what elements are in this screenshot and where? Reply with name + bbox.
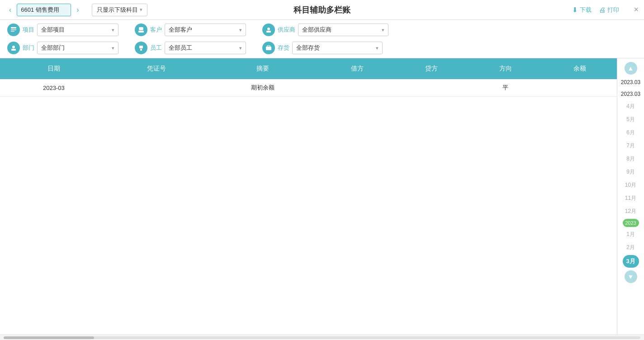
svg-rect-4 xyxy=(138,31,144,33)
cell-direction: 平 xyxy=(469,79,543,97)
side-month-5[interactable]: 5月 xyxy=(617,113,644,126)
show-sub-arrow-icon: ▾ xyxy=(140,7,142,13)
scrollbar-track xyxy=(4,336,640,339)
col-summary: 摘要 xyxy=(205,58,320,79)
svg-rect-0 xyxy=(11,27,16,28)
department-select-value: 全部部门 xyxy=(41,44,65,52)
side-month-6[interactable]: 6月 xyxy=(617,126,644,139)
title-actions: ⬇ 下载 🖨 打印 × xyxy=(572,5,639,14)
supplier-label: 供应商 xyxy=(278,26,295,34)
filter-row-1: 项目 全部项目 ▾ 客户 全部客户 ▾ xyxy=(7,24,637,36)
svg-rect-1 xyxy=(11,29,16,30)
filter-row-2: 部门 全部部门 ▾ 员工 全部员工 ▾ xyxy=(7,42,637,54)
side-month-1[interactable]: 1月 xyxy=(617,228,644,241)
customer-select[interactable]: 全部客户 ▾ xyxy=(165,24,246,36)
side-month-header-1[interactable]: 2023.03 xyxy=(617,76,644,88)
svg-rect-10 xyxy=(140,49,142,51)
svg-point-5 xyxy=(267,28,270,30)
inventory-select-arrow: ▾ xyxy=(376,45,379,51)
side-month-2[interactable]: 2月 xyxy=(617,241,644,254)
svg-rect-9 xyxy=(139,46,143,48)
svg-rect-6 xyxy=(266,31,271,33)
side-up-button[interactable]: ▲ xyxy=(625,62,637,75)
side-panel: ▲ 2023.03 2023.03 4月 5月 6月 7月 8月 9月 10月 … xyxy=(617,58,644,335)
customer-select-value: 全部客户 xyxy=(169,26,192,34)
side-month-3-active[interactable]: 3月 xyxy=(623,255,639,268)
main-content: 日期 凭证号 摘要 借方 贷方 方向 余额 2023-03期初余额平 xyxy=(0,58,644,335)
department-select-arrow: ▾ xyxy=(112,45,114,51)
page-title: 科目辅助多栏账 xyxy=(294,5,350,15)
svg-rect-11 xyxy=(266,47,271,50)
show-sub-label: 只显示下级科目 xyxy=(97,6,138,14)
project-filter-item: 项目 全部项目 ▾ xyxy=(7,24,118,36)
supplier-select-value: 全部供应商 xyxy=(302,26,331,34)
employee-select-arrow: ▾ xyxy=(239,45,242,51)
cell-summary: 期初余额 xyxy=(205,79,320,97)
svg-rect-2 xyxy=(11,31,14,32)
supplier-icon xyxy=(262,24,275,36)
title-bar: ‹ 6601 销售费用 › 只显示下级科目 ▾ 科目辅助多栏账 ⬇ 下载 🖨 打… xyxy=(0,0,644,20)
customer-select-arrow: ▾ xyxy=(239,27,242,33)
side-month-11[interactable]: 11月 xyxy=(617,192,644,205)
customer-label: 客户 xyxy=(150,26,162,34)
table-row: 2023-03期初余额平 xyxy=(0,79,617,97)
account-code-field[interactable]: 6601 销售费用 xyxy=(17,4,71,16)
side-month-4[interactable]: 4月 xyxy=(617,100,644,113)
side-down-button[interactable]: ▼ xyxy=(625,270,637,283)
year-badge-2023[interactable]: 2023 xyxy=(623,219,639,227)
employee-filter-item: 员工 全部员工 ▾ xyxy=(135,42,246,54)
cell-balance xyxy=(543,79,617,97)
col-debit: 借方 xyxy=(320,58,394,79)
side-month-header-2[interactable]: 2023.03 xyxy=(617,88,644,100)
side-month-8[interactable]: 8月 xyxy=(617,152,644,165)
department-select[interactable]: 全部部门 ▾ xyxy=(37,42,118,54)
scrollbar-thumb[interactable] xyxy=(4,336,94,339)
col-voucher: 凭证号 xyxy=(108,58,205,79)
next-account-button[interactable]: › xyxy=(75,5,80,15)
close-button[interactable]: × xyxy=(634,5,639,14)
supplier-select-arrow: ▾ xyxy=(382,27,384,33)
inventory-label: 存货 xyxy=(278,44,289,52)
project-select-value: 全部项目 xyxy=(41,26,65,34)
print-label: 打印 xyxy=(607,6,619,14)
cell-date: 2023-03 xyxy=(0,79,108,97)
department-label: 部门 xyxy=(23,44,34,52)
cell-credit xyxy=(394,79,469,97)
col-credit: 贷方 xyxy=(394,58,469,79)
side-month-7[interactable]: 7月 xyxy=(617,139,644,152)
department-icon xyxy=(7,42,20,54)
side-month-12[interactable]: 12月 xyxy=(617,205,644,218)
inventory-select[interactable]: 全部存货 ▾ xyxy=(292,42,383,54)
side-month-9[interactable]: 9月 xyxy=(617,165,644,179)
department-filter-item: 部门 全部部门 ▾ xyxy=(7,42,118,54)
col-balance: 余额 xyxy=(543,58,617,79)
project-select[interactable]: 全部项目 ▾ xyxy=(37,24,118,36)
table-body: 2023-03期初余额平 xyxy=(0,79,617,97)
cell-voucher xyxy=(108,79,205,97)
prev-account-button[interactable]: ‹ xyxy=(7,5,13,15)
customer-filter-item: 客户 全部客户 ▾ xyxy=(135,24,246,36)
download-button[interactable]: ⬇ 下载 xyxy=(572,6,592,14)
svg-rect-3 xyxy=(139,27,143,30)
main-window: ‹ 6601 销售费用 › 只显示下级科目 ▾ 科目辅助多栏账 ⬇ 下载 🖨 打… xyxy=(0,0,644,340)
project-label: 项目 xyxy=(23,26,34,34)
table-header-row: 日期 凭证号 摘要 借方 贷方 方向 余额 xyxy=(0,58,617,79)
project-icon xyxy=(7,24,20,36)
bottom-scrollbar[interactable] xyxy=(0,335,644,340)
print-icon: 🖨 xyxy=(599,6,606,14)
employee-select-value: 全部员工 xyxy=(169,44,192,52)
download-label: 下载 xyxy=(580,6,592,14)
print-button[interactable]: 🖨 打印 xyxy=(599,6,619,14)
download-icon: ⬇ xyxy=(572,6,578,14)
inventory-select-value: 全部存货 xyxy=(296,44,320,52)
data-table: 日期 凭证号 摘要 借方 贷方 方向 余额 2023-03期初余额平 xyxy=(0,58,617,97)
side-month-10[interactable]: 10月 xyxy=(617,179,644,192)
employee-select[interactable]: 全部员工 ▾ xyxy=(165,42,246,54)
show-sub-dropdown[interactable]: 只显示下级科目 ▾ xyxy=(92,4,147,16)
col-date: 日期 xyxy=(0,58,108,79)
cell-debit xyxy=(320,79,394,97)
supplier-select[interactable]: 全部供应商 ▾ xyxy=(298,24,388,36)
employee-icon xyxy=(135,42,147,54)
inventory-icon xyxy=(262,42,275,54)
col-direction: 方向 xyxy=(469,58,543,79)
